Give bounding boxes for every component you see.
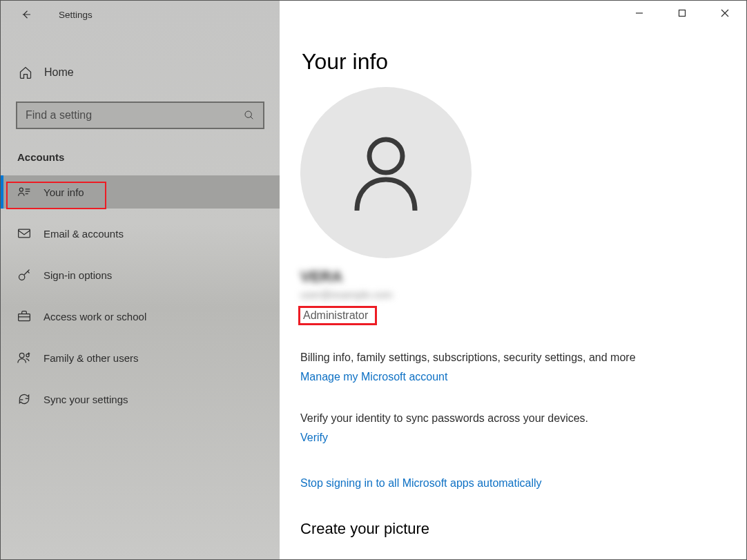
sidebar-item-label: Family & other users bbox=[43, 352, 139, 364]
page-title: Your info bbox=[302, 49, 746, 75]
minimize-icon bbox=[635, 9, 643, 17]
sidebar: Settings Home Accounts Your info Email &… bbox=[1, 1, 280, 559]
sidebar-item-label: Access work or school bbox=[43, 311, 146, 322]
person-card-icon bbox=[17, 185, 31, 199]
avatar bbox=[300, 87, 472, 258]
maximize-button[interactable] bbox=[661, 1, 704, 26]
svg-rect-2 bbox=[19, 229, 30, 238]
svg-point-1 bbox=[19, 188, 23, 191]
svg-rect-7 bbox=[679, 10, 686, 17]
maximize-icon bbox=[678, 9, 686, 17]
search-input[interactable] bbox=[26, 109, 244, 122]
close-button[interactable] bbox=[704, 1, 746, 26]
sidebar-item-access-work-school[interactable]: Access work or school bbox=[1, 300, 280, 333]
create-picture-title: Create your picture bbox=[300, 520, 746, 538]
svg-point-8 bbox=[369, 139, 402, 173]
verify-description: Verify your identity to sync passwords a… bbox=[300, 412, 715, 425]
window-controls bbox=[618, 1, 746, 26]
manage-account-link[interactable]: Manage my Microsoft account bbox=[300, 371, 746, 383]
close-icon bbox=[721, 9, 729, 17]
sidebar-item-family-users[interactable]: Family & other users bbox=[1, 341, 280, 374]
key-icon bbox=[17, 268, 31, 282]
sidebar-item-label: Sync your settings bbox=[43, 394, 128, 405]
billing-description: Billing info, family settings, subscript… bbox=[300, 351, 715, 364]
home-icon bbox=[19, 66, 32, 79]
sidebar-item-your-info[interactable]: Your info bbox=[1, 175, 280, 209]
svg-point-3 bbox=[19, 274, 25, 280]
sidebar-item-sync-settings[interactable]: Sync your settings bbox=[1, 383, 280, 416]
mail-icon bbox=[17, 226, 31, 240]
window-title: Settings bbox=[59, 10, 93, 20]
stop-signing-link[interactable]: Stop signing in to all Microsoft apps au… bbox=[300, 477, 746, 490]
svg-point-5 bbox=[19, 353, 24, 358]
people-icon bbox=[17, 351, 31, 365]
search-icon bbox=[244, 110, 255, 121]
sidebar-item-email-accounts[interactable]: Email & accounts bbox=[1, 217, 280, 250]
arrow-left-icon bbox=[20, 8, 32, 21]
person-icon bbox=[345, 131, 427, 214]
svg-point-0 bbox=[245, 111, 251, 117]
sidebar-item-sign-in-options[interactable]: Sign-in options bbox=[1, 258, 280, 291]
highlight-box-role: Administrator bbox=[298, 306, 377, 325]
content-area: Your info VERA user@example.com Administ… bbox=[280, 1, 746, 559]
search-box[interactable] bbox=[16, 102, 264, 129]
user-email: user@example.com bbox=[300, 289, 746, 300]
category-label: Accounts bbox=[17, 151, 280, 163]
sidebar-item-label: Sign-in options bbox=[43, 269, 112, 281]
briefcase-icon bbox=[17, 309, 31, 323]
verify-link[interactable]: Verify bbox=[300, 432, 746, 444]
user-name: VERA bbox=[300, 268, 746, 286]
back-button[interactable] bbox=[16, 4, 37, 25]
minimize-button[interactable] bbox=[618, 1, 661, 26]
settings-window: Settings Home Accounts Your info Email &… bbox=[1, 1, 746, 559]
title-bar: Settings bbox=[1, 1, 280, 28]
sync-icon bbox=[17, 392, 31, 406]
sidebar-item-label: Email & accounts bbox=[43, 228, 124, 240]
user-role: Administrator bbox=[303, 309, 368, 321]
home-button[interactable]: Home bbox=[1, 59, 280, 86]
sidebar-item-label: Your info bbox=[43, 186, 84, 198]
home-label: Home bbox=[44, 66, 74, 79]
svg-rect-4 bbox=[19, 314, 30, 321]
